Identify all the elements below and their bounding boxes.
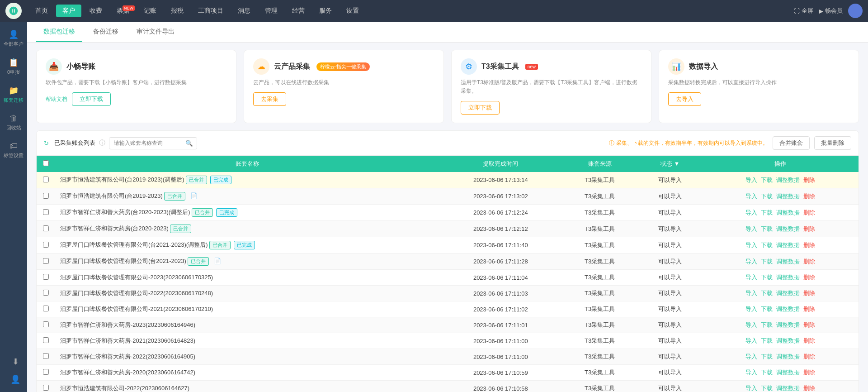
row-checkbox[interactable] xyxy=(43,258,49,264)
row-checkbox[interactable] xyxy=(43,225,49,231)
op-下载[interactable]: 下载 xyxy=(761,385,773,392)
nav-settings[interactable]: 设置 xyxy=(340,5,365,17)
op-导入[interactable]: 导入 xyxy=(745,209,757,216)
op-删除[interactable]: 删除 xyxy=(803,242,815,249)
op-删除[interactable]: 删除 xyxy=(803,274,815,281)
op-调整数据[interactable]: 调整数据 xyxy=(776,225,800,232)
sidebar-item-zero-declare[interactable]: 📋 0申报 xyxy=(0,54,27,79)
op-导入[interactable]: 导入 xyxy=(745,306,757,312)
go-import-button[interactable]: 去导入 xyxy=(668,92,701,106)
file-icon[interactable]: 📄 xyxy=(214,258,221,264)
op-删除[interactable]: 删除 xyxy=(803,306,815,312)
op-下载[interactable]: 下载 xyxy=(761,258,773,265)
op-导入[interactable]: 导入 xyxy=(745,258,757,265)
op-调整数据[interactable]: 调整数据 xyxy=(776,353,800,360)
row-checkbox[interactable] xyxy=(43,274,49,280)
op-下载[interactable]: 下载 xyxy=(761,274,773,281)
merge-account-button[interactable]: 合并账套 xyxy=(773,136,810,150)
op-导入[interactable]: 导入 xyxy=(745,353,757,360)
search-input[interactable] xyxy=(109,138,182,148)
nav-message[interactable]: 消息 xyxy=(231,5,257,17)
info-icon[interactable]: ⓘ xyxy=(99,139,105,147)
tab-backup-migration[interactable]: 备份迁移 xyxy=(86,22,126,42)
op-下载[interactable]: 下载 xyxy=(761,225,773,232)
op-调整数据[interactable]: 调整数据 xyxy=(776,274,800,281)
sidebar-item-account-migration[interactable]: 📁 账套迁移 xyxy=(0,82,27,107)
op-调整数据[interactable]: 调整数据 xyxy=(776,369,800,376)
file-icon[interactable]: 📄 xyxy=(190,192,198,199)
batch-delete-button[interactable]: 批量删除 xyxy=(814,136,851,150)
op-下载[interactable]: 下载 xyxy=(761,306,773,312)
nav-home[interactable]: 首页 xyxy=(29,5,54,17)
row-checkbox[interactable] xyxy=(43,290,49,296)
row-checkbox[interactable] xyxy=(43,242,49,248)
help-doc-link[interactable]: 帮助文档 xyxy=(46,96,67,103)
row-checkbox[interactable] xyxy=(43,353,49,359)
op-下载[interactable]: 下载 xyxy=(761,177,773,183)
row-checkbox[interactable] xyxy=(43,385,49,391)
row-checkbox[interactable] xyxy=(43,306,49,311)
t3-download-button[interactable]: 立即下载 xyxy=(461,101,500,115)
op-删除[interactable]: 删除 xyxy=(803,321,815,328)
op-下载[interactable]: 下载 xyxy=(761,242,773,249)
op-调整数据[interactable]: 调整数据 xyxy=(776,385,800,392)
op-删除[interactable]: 删除 xyxy=(803,258,815,265)
op-下载[interactable]: 下载 xyxy=(761,353,773,360)
op-调整数据[interactable]: 调整数据 xyxy=(776,242,800,249)
op-导入[interactable]: 导入 xyxy=(745,385,757,392)
op-调整数据[interactable]: 调整数据 xyxy=(776,193,800,200)
op-导入[interactable]: 导入 xyxy=(745,242,757,249)
op-删除[interactable]: 删除 xyxy=(803,385,815,392)
app-logo[interactable] xyxy=(5,3,22,19)
op-删除[interactable]: 删除 xyxy=(803,353,815,360)
fullscreen-button[interactable]: ⛶ 全屏 xyxy=(794,7,813,15)
nav-service[interactable]: 服务 xyxy=(313,5,338,17)
op-调整数据[interactable]: 调整数据 xyxy=(776,306,800,312)
op-删除[interactable]: 删除 xyxy=(803,337,815,344)
op-调整数据[interactable]: 调整数据 xyxy=(776,258,800,265)
sidebar-item-user[interactable]: 👤 xyxy=(7,371,24,388)
op-下载[interactable]: 下载 xyxy=(761,193,773,200)
nav-tax[interactable]: 报税 xyxy=(165,5,190,17)
tab-data-migration[interactable]: 数据包迁移 xyxy=(36,22,82,42)
nav-bookkeep[interactable]: 记账 xyxy=(137,5,163,17)
op-调整数据[interactable]: 调整数据 xyxy=(776,209,800,216)
op-导入[interactable]: 导入 xyxy=(745,225,757,232)
nav-fee[interactable]: 收费 xyxy=(83,5,108,17)
row-checkbox[interactable] xyxy=(43,321,49,327)
search-button[interactable]: 🔍 xyxy=(182,138,197,149)
op-导入[interactable]: 导入 xyxy=(745,337,757,344)
op-删除[interactable]: 删除 xyxy=(803,193,815,200)
op-删除[interactable]: 删除 xyxy=(803,290,815,296)
op-导入[interactable]: 导入 xyxy=(745,193,757,200)
go-collect-button[interactable]: 去采集 xyxy=(253,92,286,106)
op-调整数据[interactable]: 调整数据 xyxy=(776,177,800,183)
op-导入[interactable]: 导入 xyxy=(745,177,757,183)
sidebar-item-recycle[interactable]: 🗑 回收站 xyxy=(0,110,27,135)
op-下载[interactable]: 下载 xyxy=(761,369,773,376)
op-调整数据[interactable]: 调整数据 xyxy=(776,337,800,344)
nav-operation[interactable]: 经营 xyxy=(286,5,311,17)
op-删除[interactable]: 删除 xyxy=(803,369,815,376)
op-调整数据[interactable]: 调整数据 xyxy=(776,290,800,296)
refresh-icon[interactable]: ↻ xyxy=(44,140,49,147)
op-删除[interactable]: 删除 xyxy=(803,225,815,232)
row-checkbox[interactable] xyxy=(43,193,49,199)
sidebar-item-all-customers[interactable]: 👤 全部客户 xyxy=(0,26,27,51)
download-now-button[interactable]: 立即下载 xyxy=(72,92,111,106)
row-checkbox[interactable] xyxy=(43,369,49,375)
member-button[interactable]: ▶ 畅会员 xyxy=(819,7,843,15)
row-checkbox[interactable] xyxy=(43,177,49,182)
op-导入[interactable]: 导入 xyxy=(745,321,757,328)
nav-manage[interactable]: 管理 xyxy=(259,5,284,17)
select-all-checkbox[interactable] xyxy=(43,160,49,166)
op-删除[interactable]: 删除 xyxy=(803,209,815,216)
user-avatar[interactable] xyxy=(848,4,863,18)
sidebar-item-download[interactable]: ⬇ xyxy=(7,353,24,370)
op-下载[interactable]: 下载 xyxy=(761,337,773,344)
nav-business[interactable]: 工商项目 xyxy=(192,5,230,17)
op-导入[interactable]: 导入 xyxy=(745,290,757,296)
nav-customer[interactable]: 客户 xyxy=(56,5,81,17)
op-导入[interactable]: 导入 xyxy=(745,274,757,281)
op-下载[interactable]: 下载 xyxy=(761,209,773,216)
